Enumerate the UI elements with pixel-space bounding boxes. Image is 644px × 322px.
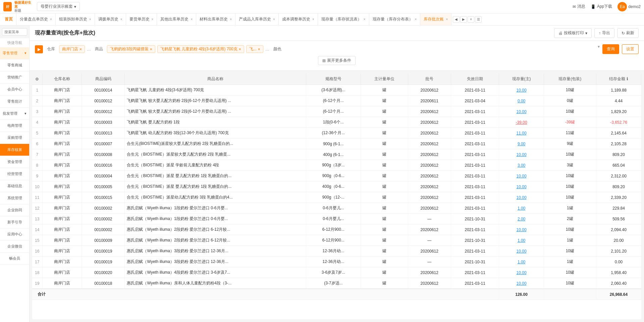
product-tag-1-close[interactable]: × bbox=[150, 47, 152, 52]
print-btn[interactable]: 🖨 按模板打印 ▾ bbox=[554, 28, 592, 38]
product-ellipsis[interactable]: … bbox=[265, 47, 269, 52]
row-stock-main[interactable]: 1.00 bbox=[499, 235, 544, 246]
user-area[interactable]: Ea demo2 bbox=[618, 2, 641, 11]
tab-diaobao[interactable]: 调拨单历史 × bbox=[95, 13, 126, 25]
product-tag-3[interactable]: 飞... × bbox=[246, 45, 263, 53]
row-stock-main[interactable]: 10.00 bbox=[499, 192, 544, 203]
row-expire: 2021-03-11 bbox=[451, 171, 499, 181]
sidebar-item-wholesale[interactable]: 批发管理 ▾ bbox=[0, 108, 29, 120]
col-settings[interactable]: ⚙ bbox=[32, 73, 42, 85]
row-stock-main[interactable]: 10.00 bbox=[499, 106, 544, 117]
account-dropdown[interactable]: 母婴行业演示账套 ▾ bbox=[37, 2, 80, 11]
sidebar-item-system[interactable]: 系统管理 bbox=[0, 192, 29, 204]
close-tab-chengben[interactable]: × bbox=[312, 17, 314, 21]
tab-xianzun-fen[interactable]: 现存量（库存分布表） × bbox=[369, 13, 421, 25]
close-tab-kupi[interactable]: × bbox=[446, 17, 448, 21]
tab-fenling[interactable]: 分量盘点单历史 × bbox=[16, 13, 56, 25]
row-num: 17 bbox=[32, 257, 42, 267]
tab-kupi[interactable]: 库存批次账 × bbox=[420, 13, 451, 25]
row-amount: 0.00 bbox=[596, 257, 641, 267]
refresh-btn[interactable]: ↻ 刷新 bbox=[617, 28, 639, 38]
warehouse-tag-nanqiao[interactable]: 南岸门店 × bbox=[59, 45, 85, 53]
close-tab-chanjia[interactable]: × bbox=[273, 17, 275, 21]
warehouse-tag-close[interactable]: × bbox=[79, 47, 82, 52]
close-tab-zuchai[interactable]: × bbox=[89, 17, 91, 21]
tab-chengben[interactable]: 成本调整单历史 × bbox=[279, 13, 318, 25]
settings-btn[interactable]: 设置 bbox=[622, 44, 639, 54]
search-input[interactable] bbox=[2, 28, 27, 36]
app-download-btn[interactable]: 📱 App下载 bbox=[591, 4, 612, 9]
nav-next-btn[interactable]: ▶ bbox=[460, 16, 467, 23]
sidebar-item-operations[interactable]: 经营管理 bbox=[0, 168, 29, 180]
row-stock-main[interactable]: 1.00 bbox=[499, 203, 544, 214]
row-batch: 20200612 bbox=[408, 224, 451, 235]
expand-more-btn[interactable]: ⊞ 展开更多条件 bbox=[318, 56, 356, 65]
message-btn[interactable]: ✉ 消息 bbox=[573, 4, 585, 9]
row-stock-main[interactable]: 10.00 bbox=[499, 149, 544, 160]
tab-cailiao[interactable]: 材料出库单历史 × bbox=[196, 13, 235, 25]
row-stock-main[interactable]: 10.00 bbox=[499, 171, 544, 181]
expand-btn[interactable]: ▶ bbox=[35, 45, 43, 53]
close-tab-qita[interactable]: × bbox=[191, 17, 193, 21]
close-tab-yaohe[interactable]: × bbox=[152, 17, 154, 21]
row-unit: 罐 bbox=[361, 128, 408, 139]
tab-qita[interactable]: 其他出库单历史 × bbox=[157, 13, 196, 25]
sidebar-item-enterprise[interactable]: 企业协同 bbox=[0, 204, 29, 216]
row-batch: 20200612 bbox=[408, 181, 451, 192]
close-tab-diaobao[interactable]: × bbox=[120, 17, 122, 21]
row-spec: 12-36月幼... bbox=[306, 257, 361, 267]
product-tag-2-close[interactable]: × bbox=[239, 47, 241, 52]
row-stock-main[interactable]: 11.00 bbox=[499, 128, 544, 139]
export-btn[interactable]: ↑ 导出 bbox=[594, 28, 614, 38]
row-stock-main[interactable]: 10.00 bbox=[499, 278, 544, 289]
sidebar-item-wechat[interactable]: 企业微信 bbox=[0, 240, 29, 253]
sidebar-item-app-center[interactable]: 应用中心 bbox=[0, 228, 29, 240]
sidebar-item-guide[interactable]: 新手引导 bbox=[0, 216, 29, 228]
sidebar-item-basic-info[interactable]: 基础信息 bbox=[0, 180, 29, 192]
query-btn[interactable]: 查询 bbox=[602, 44, 619, 54]
col-unit: 主计量单位 bbox=[361, 73, 408, 85]
row-stock-main[interactable]: 10.00 bbox=[499, 224, 544, 235]
row-stock-pkg: 1罐 bbox=[544, 203, 596, 214]
sidebar-item-retail-mgmt[interactable]: 零售管理 ▾ bbox=[0, 47, 29, 59]
row-stock-main[interactable]: 9.00 bbox=[499, 139, 544, 149]
tab-xianzun-kuang[interactable]: 现存量（库存状况表） × bbox=[318, 13, 369, 25]
sidebar-item-member-center[interactable]: 会员中心 bbox=[0, 84, 29, 96]
sidebar-item-retail-shop[interactable]: 零售商城 bbox=[0, 59, 29, 71]
row-expire: 2021-03-11 bbox=[451, 85, 499, 96]
sidebar-item-retail-stats[interactable]: 零售统计 bbox=[0, 96, 29, 108]
close-tab-fenling[interactable]: × bbox=[50, 17, 52, 21]
warehouse-ellipsis[interactable]: … bbox=[87, 47, 91, 52]
close-tab-cailiao[interactable]: × bbox=[230, 17, 232, 21]
sidebar-item-member[interactable]: 畅会员 bbox=[0, 253, 29, 265]
product-tag-3-close[interactable]: × bbox=[258, 47, 260, 52]
row-stock-main[interactable]: 10.00 bbox=[499, 181, 544, 192]
close-tab-xianzun-kuang[interactable]: × bbox=[364, 17, 366, 21]
sidebar-item-purchase[interactable]: 采购管理 bbox=[0, 132, 29, 144]
row-stock-main[interactable]: 0.00 bbox=[499, 96, 544, 106]
row-stock-main[interactable]: 10.00 bbox=[499, 267, 544, 278]
sidebar-item-ecommerce[interactable]: 电商管理 bbox=[0, 120, 29, 132]
row-stock-main[interactable]: 2.00 bbox=[499, 214, 544, 224]
nav-menu-btn[interactable]: ☰ bbox=[475, 16, 482, 23]
product-tag-2[interactable]: 飞鹤星飞帆 儿童奶粉 4段(3-6岁适用) 700克 × bbox=[157, 45, 244, 53]
tab-zuchai[interactable]: 组装拆卸单历史 × bbox=[56, 13, 95, 25]
close-tab-xianzun-fen[interactable]: × bbox=[415, 17, 417, 21]
color-dropdown-arrow[interactable]: ▾ bbox=[598, 44, 600, 54]
nav-close-btn[interactable]: × bbox=[468, 16, 474, 23]
tab-chanjia[interactable]: 产成品入库单历史 × bbox=[235, 13, 279, 25]
sidebar-item-inventory[interactable]: 库存核算 bbox=[0, 144, 29, 156]
page-header: 现存量查询(按仓库+批次) 🖨 按模板打印 ▾ ↑ 导出 ↻ 刷新 bbox=[30, 25, 644, 41]
nav-prev-btn[interactable]: ◀ bbox=[453, 16, 460, 23]
row-stock-main[interactable]: 10.00 bbox=[499, 85, 544, 96]
tab-home[interactable]: 首页 bbox=[1, 13, 16, 25]
row-stock-pkg: 10罐 bbox=[544, 106, 596, 117]
row-stock-main[interactable]: 1.00 bbox=[499, 257, 544, 267]
row-stock-main[interactable]: -39.00 bbox=[499, 117, 544, 128]
row-stock-main[interactable]: 3.00 bbox=[499, 160, 544, 171]
product-tag-1[interactable]: 飞鹤奶粉3段丙罐摆装 × bbox=[107, 45, 155, 53]
sidebar-item-marketing[interactable]: 营销推广 bbox=[0, 71, 29, 84]
row-stock-main[interactable]: 10.00 bbox=[499, 246, 544, 257]
tab-yaohe[interactable]: 要货单历史 × bbox=[126, 13, 157, 25]
sidebar-item-finance[interactable]: 资金管理 bbox=[0, 156, 29, 168]
